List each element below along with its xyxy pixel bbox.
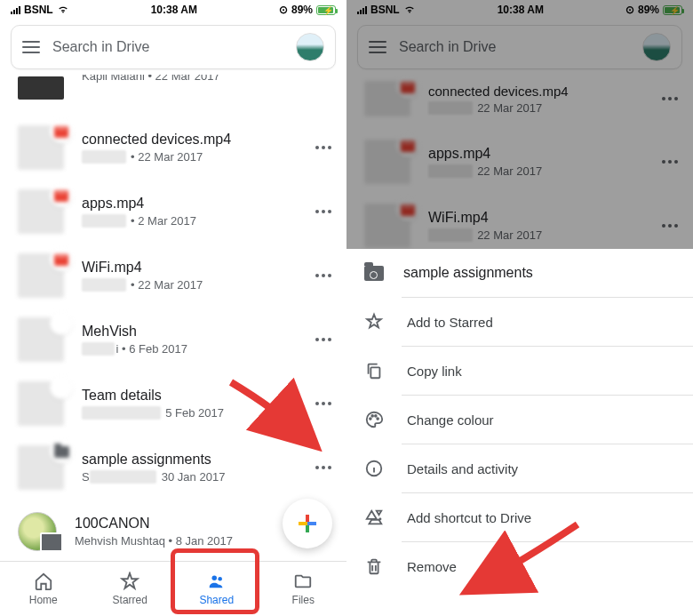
more-button[interactable] [315, 402, 332, 405]
hamburger-icon[interactable] [369, 41, 386, 53]
nav-shared[interactable]: Shared [173, 562, 260, 616]
svg-point-0 [211, 576, 217, 581]
nav-label: Shared [199, 594, 234, 606]
sheet-item-label: Copy link [407, 364, 462, 379]
file-list: connected devices.mp4 xxxxxxx 22 Mar 201… [346, 75, 693, 258]
alarm-icon: ⊙ [625, 4, 634, 16]
file-thumbnail [18, 253, 64, 298]
file-name: WiFi.mp4 [82, 260, 315, 276]
file-date: 22 Mar 2017 [477, 101, 542, 115]
file-row[interactable]: apps.mp4 xxxxxxx 22 Mar 2017 [346, 130, 693, 194]
bottom-nav: Home Starred Shared Files [0, 561, 346, 616]
more-button[interactable] [661, 224, 679, 228]
sheet-action-copy-link[interactable]: Copy link [346, 347, 693, 395]
account-avatar[interactable] [296, 33, 324, 61]
status-bar: BSNL 10:38 AM ⊙ 89% ⚡ [346, 0, 693, 20]
sheet-item-label: Add to Starred [407, 315, 493, 330]
more-button[interactable] [315, 210, 332, 213]
svg-point-6 [375, 415, 377, 417]
file-name: WiFi.mp4 [428, 210, 661, 226]
file-row[interactable]: WiFi.mp4 xxxxxxx • 22 Mar 2017 [0, 244, 346, 308]
battery-pct: 89% [638, 4, 659, 16]
sheet-action-starred[interactable]: Add to Starred [346, 298, 693, 346]
nav-label: Files [292, 594, 315, 606]
more-button[interactable] [661, 97, 679, 100]
nav-starred[interactable]: Starred [87, 562, 174, 616]
file-name: MehVish [82, 324, 315, 340]
search-bar[interactable]: Search in Drive [11, 25, 336, 69]
search-placeholder: Search in Drive [399, 39, 642, 55]
sheet-action-remove[interactable]: Remove [346, 542, 693, 590]
hamburger-icon[interactable] [22, 41, 40, 53]
file-thumbnail [18, 445, 64, 490]
file-name: connected devices.mp4 [428, 84, 661, 99]
file-date: 22 Mar 2017 [477, 228, 542, 242]
plus-icon [299, 515, 316, 532]
sheet-item-label: Details and activity [407, 461, 518, 476]
status-bar: BSNL 10:38 AM ⊙ 89% ⚡ [0, 0, 346, 20]
fab-new-button[interactable] [283, 499, 332, 548]
copy-icon [364, 361, 384, 380]
star-icon [364, 312, 384, 332]
sheet-header: sample assignments [346, 249, 693, 297]
sheet-action-change-colour[interactable]: Change colour [346, 396, 693, 444]
file-thumbnail [18, 317, 64, 362]
search-placeholder: Search in Drive [52, 39, 296, 55]
more-button[interactable] [315, 466, 332, 469]
account-avatar[interactable] [642, 33, 671, 61]
more-button[interactable] [315, 338, 332, 341]
shared-folder-icon [364, 266, 384, 281]
battery-icon: ⚡ [316, 5, 336, 15]
sheet-title: sample assignments [403, 265, 533, 281]
sheet-action-shortcut[interactable]: Add shortcut to Drive [346, 493, 693, 541]
file-date: 22 Mar 2017 [155, 75, 220, 83]
carrier-label: BSNL [370, 4, 400, 16]
file-date: 6 Feb 2017 [129, 342, 187, 356]
right-screenshot: BSNL 10:38 AM ⊙ 89% ⚡ Search in Drive co… [346, 0, 693, 616]
more-button[interactable] [315, 274, 332, 277]
file-row[interactable]: connected devices.mp4 xxxxxxx 22 Mar 201… [346, 75, 693, 130]
video-icon [396, 198, 419, 221]
video-icon [50, 248, 73, 271]
file-row[interactable]: apps.mp4 xxxxxxx • 2 Mar 2017 [0, 180, 346, 244]
more-button[interactable] [661, 160, 679, 164]
sheet-item-label: Add shortcut to Drive [407, 510, 531, 525]
file-row[interactable]: Team details xxxxxxxxxxxxx 5 Feb 2017 [0, 372, 346, 436]
trash-icon [364, 556, 384, 576]
home-icon [34, 572, 53, 591]
nav-label: Home [29, 594, 58, 606]
wifi-icon [57, 4, 69, 16]
file-date: 22 Mar 2017 [477, 164, 542, 178]
file-row[interactable]: connected devices.mp4 xxxxxxx • 22 Mar 2… [0, 116, 346, 180]
file-thumbnail [18, 76, 64, 100]
video-icon [50, 120, 73, 143]
folder-icon [293, 572, 313, 591]
signal-icon [357, 6, 367, 14]
sheet-action-details[interactable]: Details and activity [346, 444, 693, 492]
bottom-sheet: sample assignments Add to Starred Copy l… [346, 249, 693, 616]
file-row[interactable]: sample assignments Sxxxxxxxxxxx 30 Jan 2… [0, 436, 346, 500]
more-button[interactable] [315, 146, 332, 149]
file-thumbnail [364, 204, 410, 248]
star-icon [120, 572, 139, 591]
file-row-cut[interactable]: Kapil Malani • 22 Mar 2017 [0, 75, 346, 116]
wifi-icon [403, 4, 416, 16]
left-screenshot: BSNL 10:38 AM ⊙ 89% ⚡ Search in Drive Ka… [0, 0, 346, 616]
file-name: apps.mp4 [82, 196, 315, 212]
sheets-icon [50, 376, 73, 399]
svg-point-1 [218, 577, 222, 581]
file-thumbnail [18, 512, 57, 551]
signal-icon [11, 6, 20, 14]
search-bar[interactable]: Search in Drive [357, 25, 682, 69]
battery-icon: ⚡ [663, 5, 682, 15]
carrier-label: BSNL [24, 4, 53, 16]
file-owner: Kapil Malani [82, 75, 145, 83]
folder-icon [50, 440, 73, 463]
nav-files[interactable]: Files [260, 562, 347, 616]
file-row[interactable]: MehVish xxxxxi • 6 Feb 2017 [0, 308, 346, 372]
alarm-icon: ⊙ [279, 4, 288, 16]
file-name: apps.mp4 [428, 146, 661, 162]
palette-icon [364, 410, 384, 429]
file-owner: Mehvish Mushtaq [75, 534, 165, 548]
nav-home[interactable]: Home [0, 562, 87, 616]
